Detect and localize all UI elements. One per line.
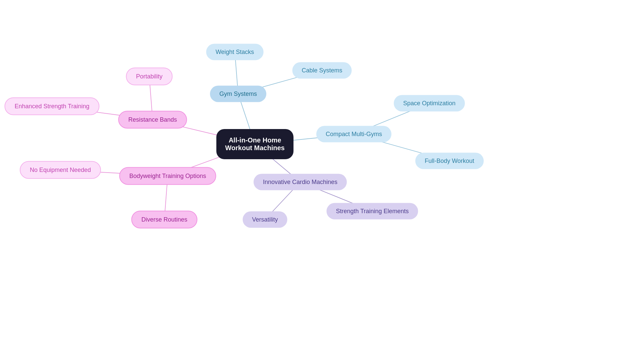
mind-map: All-in-One Home Workout MachinesGym Syst… — [0, 0, 644, 363]
node-enhanced-strength[interactable]: Enhanced Strength Training — [4, 98, 99, 115]
node-bodyweight-training[interactable]: Bodyweight Training Options — [119, 167, 216, 185]
node-resistance-bands[interactable]: Resistance Bands — [118, 111, 187, 129]
node-portability[interactable]: Portability — [126, 68, 172, 85]
node-compact-multi-gyms[interactable]: Compact Multi-Gyms — [316, 126, 391, 142]
node-versatility[interactable]: Versatility — [243, 211, 287, 228]
node-no-equipment[interactable]: No Equipment Needed — [20, 161, 101, 179]
node-innovative-cardio[interactable]: Innovative Cardio Machines — [254, 174, 347, 190]
node-gym-systems[interactable]: Gym Systems — [210, 86, 266, 102]
node-weight-stacks[interactable]: Weight Stacks — [206, 44, 264, 60]
node-diverse-routines[interactable]: Diverse Routines — [131, 211, 197, 229]
node-full-body-workout[interactable]: Full-Body Workout — [415, 153, 484, 169]
node-cable-systems[interactable]: Cable Systems — [292, 62, 352, 79]
node-strength-training-elements[interactable]: Strength Training Elements — [326, 203, 418, 220]
center-node[interactable]: All-in-One Home Workout Machines — [216, 129, 293, 159]
node-space-optimization[interactable]: Space Optimization — [394, 95, 465, 112]
